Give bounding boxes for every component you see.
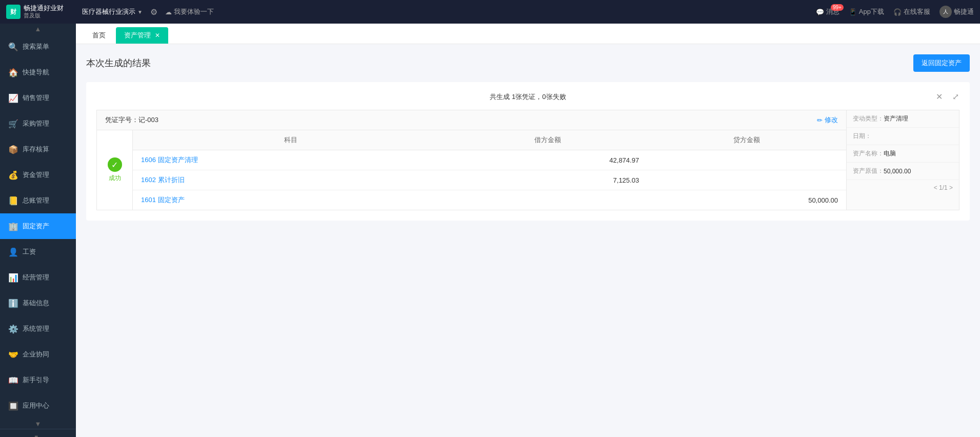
sidebar-item-label-app-center: 应用中心 — [23, 401, 49, 410]
success-cell: ✓ 成功 — [103, 152, 127, 188]
success-label: 成功 — [109, 174, 121, 183]
sidebar-item-label-quick-nav: 快捷导航 — [23, 68, 49, 77]
experience-button[interactable]: ☁ 我要体验一下 — [165, 7, 214, 16]
app-name: 畅捷通好业财 — [24, 4, 64, 12]
asset-name-row: 资产名称： 电脑 — [847, 145, 959, 163]
tab-asset-mgmt[interactable]: 资产管理 ✕ — [116, 27, 168, 44]
sidebar-item-search[interactable]: 🔍 搜索菜单 — [0, 34, 76, 59]
return-button[interactable]: 返回固定资产 — [913, 54, 970, 72]
edit-icon: ✏ — [817, 116, 823, 124]
logo-icon: 财 — [6, 5, 21, 19]
table-row: 1602 累计折旧 7,125.03 — [133, 170, 846, 190]
row2-credit — [647, 170, 846, 190]
original-value-value: 50,000.00 — [884, 168, 911, 175]
avatar: 人 — [939, 6, 952, 18]
tab-close-icon[interactable]: ✕ — [155, 32, 160, 39]
sidebar-scroll-down[interactable]: ▼ — [0, 419, 76, 429]
search-icon: 🔍 — [8, 42, 18, 52]
account-link[interactable]: 1606 固定资产清理 — [141, 156, 198, 164]
asset-name-label: 资产名称： — [853, 149, 884, 158]
voucher-data-table: 科目 借方金额 贷方金额 — [133, 130, 846, 210]
row2-code: 1602 — [141, 176, 156, 184]
sidebar-item-fixed-assets[interactable]: 🏢 固定资产 — [0, 213, 76, 239]
sidebar-item-label-inventory: 库存核算 — [23, 145, 49, 154]
row3-credit: 50,000.00 — [647, 190, 846, 210]
fixed-assets-icon: 🏢 — [8, 222, 18, 231]
sidebar-item-sales[interactable]: 📈 销售管理 — [0, 85, 76, 111]
close-button[interactable]: ✕ — [933, 90, 945, 103]
messages-button[interactable]: 💬 消息 99+ — [816, 7, 839, 16]
company-selector[interactable]: 医疗器械行业演示 ▼ — [82, 7, 143, 16]
sidebar-item-inventory[interactable]: 📦 库存核算 — [0, 136, 76, 162]
sidebar-item-system[interactable]: ⚙️ 系统管理 — [0, 316, 76, 342]
sidebar-item-guide[interactable]: 📖 新手引导 — [0, 367, 76, 393]
message-icon: 💬 — [816, 8, 824, 16]
sidebar-scroll-up[interactable]: ▲ — [0, 24, 76, 34]
sidebar-item-app-center[interactable]: 🔲 应用中心 — [0, 393, 76, 419]
home-icon: 🏠 — [8, 68, 18, 77]
user-label: 畅捷通 — [954, 7, 974, 16]
app-download-label: App下载 — [859, 7, 884, 16]
online-service-button[interactable]: 🎧 在线客服 — [893, 7, 930, 16]
table-row: 1606 固定资产清理 42,874.97 — [133, 150, 846, 170]
edit-label: 修改 — [825, 115, 838, 125]
pagination[interactable]: < 1/1 > — [847, 180, 959, 195]
row1-debit: 42,874.97 — [448, 150, 647, 170]
expand-button[interactable]: ⤢ — [949, 90, 962, 103]
sidebar-item-ledger[interactable]: 📒 总账管理 — [0, 188, 76, 213]
enterprise-icon: 🤝 — [8, 350, 18, 360]
service-icon: 🎧 — [893, 8, 902, 16]
tab-bar: 首页 资产管理 ✕ — [76, 24, 980, 44]
guide-icon: 📖 — [8, 375, 18, 385]
col-subject: 科目 — [133, 130, 448, 150]
account-link-3[interactable]: 1601 固定资产 — [141, 196, 185, 204]
sidebar-item-label-funds: 资金管理 — [23, 170, 49, 180]
page-content: 本次生成的结果 返回固定资产 共生成 1张凭证，0张失败 凭证字号：记-003 — [76, 44, 980, 437]
main-layout: ▲ 🔍 搜索菜单 🏠 快捷导航 📈 销售管理 🛒 采购管理 📦 库存核算 💰 资… — [0, 24, 980, 437]
row3-code: 1601 — [141, 196, 156, 204]
page-title: 本次生成的结果 — [86, 57, 151, 69]
tab-home-label: 首页 — [92, 31, 106, 40]
row3-account[interactable]: 1601 固定资产 — [133, 190, 448, 210]
sidebar-item-enterprise[interactable]: 🤝 企业协同 — [0, 342, 76, 367]
col-debit: 借方金额 — [448, 130, 647, 150]
row1-account[interactable]: 1606 固定资产清理 — [133, 150, 448, 170]
original-value-row: 资产原值： 50,000.00 — [847, 163, 959, 180]
sidebar-item-basic-info[interactable]: ℹ️ 基础信息 — [0, 290, 76, 316]
purchase-icon: 🛒 — [8, 119, 18, 129]
sidebar-item-quick-nav[interactable]: 🏠 快捷导航 — [0, 59, 76, 85]
sidebar-item-label-system: 系统管理 — [23, 324, 49, 333]
result-summary: 共生成 1张凭证，0张失败 — [96, 92, 959, 102]
date-row: 日期： — [847, 128, 959, 145]
sidebar-item-payroll[interactable]: 👤 工资 — [0, 239, 76, 265]
sidebar-item-purchase[interactable]: 🛒 采购管理 — [0, 111, 76, 136]
tab-home[interactable]: 首页 — [84, 27, 114, 44]
date-label: 日期： — [853, 132, 884, 141]
row3-name: 固定资产 — [158, 196, 185, 204]
sidebar-item-operations[interactable]: 📊 经营管理 — [0, 265, 76, 290]
table-row: 1601 固定资产 50,000.00 — [133, 190, 846, 210]
row2-account[interactable]: 1602 累计折旧 — [133, 170, 448, 190]
change-type-value: 资产清理 — [884, 114, 908, 123]
voucher-container: 凭证字号：记-003 ✏ 修改 ✓ — [96, 110, 959, 210]
sidebar-item-label-operations: 经营管理 — [23, 273, 49, 282]
panel-controls: ✕ ⤢ — [933, 90, 962, 103]
voucher-main: 凭证字号：记-003 ✏ 修改 ✓ — [96, 110, 847, 210]
app-download-button[interactable]: 📱 App下载 — [849, 7, 884, 16]
top-header: 财 畅捷通好业财 普及版 医疗器械行业演示 ▼ ⚙ ☁ 我要体验一下 💬 消息 … — [0, 0, 980, 24]
row1-name: 固定资产清理 — [158, 156, 198, 164]
sidebar-item-label-ledger: 总账管理 — [23, 196, 49, 205]
asset-name-value: 电脑 — [884, 149, 896, 158]
edit-button[interactable]: ✏ 修改 — [817, 115, 838, 125]
sidebar-item-funds[interactable]: 💰 资金管理 — [0, 162, 76, 188]
company-name: 医疗器械行业演示 — [82, 7, 135, 16]
sales-icon: 📈 — [8, 93, 18, 103]
cloud-icon: ☁ — [165, 8, 172, 16]
success-icon: ✓ — [108, 157, 122, 172]
settings-icon[interactable]: ⚙ — [147, 5, 161, 19]
user-area[interactable]: 人 畅捷通 — [939, 6, 974, 18]
logo-text-area: 畅捷通好业财 普及版 — [24, 4, 64, 20]
account-link-2[interactable]: 1602 累计折旧 — [141, 176, 185, 184]
payroll-icon: 👤 — [8, 247, 18, 257]
sidebar-item-label-guide: 新手引导 — [23, 375, 49, 385]
